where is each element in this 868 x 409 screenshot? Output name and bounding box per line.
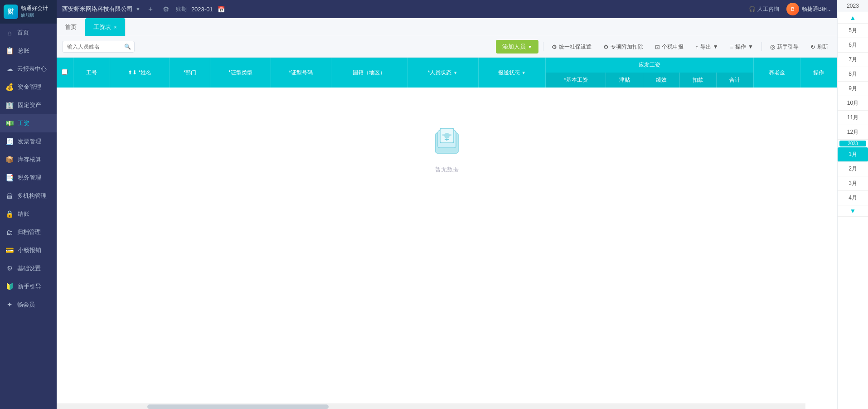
payroll-icon: 💵 <box>5 119 14 127</box>
sidebar-item-closing-label: 结账 <box>18 210 29 218</box>
sidebar-item-closing[interactable]: 🔒 结账 <box>0 205 57 223</box>
company-selector[interactable]: 西安虾米网络科技有限公司 ▼ <box>62 5 141 13</box>
period-up-btn[interactable]: ▲ <box>838 12 868 24</box>
refresh-icon: ↻ <box>810 44 815 50</box>
funds-icon: 💰 <box>5 83 14 91</box>
period-month-6[interactable]: 6月 <box>838 38 868 53</box>
period-month-5[interactable]: 5月 <box>838 24 868 38</box>
select-all-checkbox[interactable] <box>62 69 68 75</box>
calendar-icon[interactable]: 📅 <box>218 6 225 13</box>
sidebar-item-guide[interactable]: 🔰 新手引导 <box>0 278 57 296</box>
svg-point-3 <box>444 133 450 138</box>
empty-text: 暂无数据 <box>435 166 459 174</box>
tab-payroll[interactable]: 工资表 × <box>85 18 126 36</box>
company-name: 西安虾米网络科技有限公司 <box>62 5 133 13</box>
sidebar-item-reports[interactable]: ☁ 云报表中心 <box>0 60 57 78</box>
refresh-btn[interactable]: ↻ 刷新 <box>807 41 832 53</box>
period-month-8[interactable]: 8月 <box>838 67 868 82</box>
sidebar-item-expense[interactable]: 💳 小畅报销 <box>0 241 57 259</box>
member-icon: ✦ <box>5 301 14 309</box>
deduction-label: 专项附加扣除 <box>611 43 643 51</box>
th-report-status: 报送状态 ▼ <box>478 58 546 88</box>
sidebar-item-archive[interactable]: 🗂 归档管理 <box>0 223 57 241</box>
period-year-header: 2023 <box>838 0 868 12</box>
period-month-7[interactable]: 7月 <box>838 53 868 67</box>
sidebar-item-funds[interactable]: 💰 资金管理 <box>0 78 57 96</box>
logo-text: 畅通好会计 <box>21 5 48 12</box>
tab-payroll-close[interactable]: × <box>114 24 117 30</box>
assets-icon: 🏢 <box>5 101 14 109</box>
sidebar-item-multi-org[interactable]: 🏛 多机构管理 <box>0 187 57 205</box>
tax-report-label: 个税申报 <box>662 43 684 51</box>
add-person-btn[interactable]: 添加人员 ▼ <box>496 40 538 54</box>
period-month-11[interactable]: 11月 <box>838 111 868 125</box>
sidebar-item-tax[interactable]: 📑 税务管理 <box>0 169 57 187</box>
tabbar: 首页 工资表 × <box>57 18 837 36</box>
guide-icon: 🔰 <box>5 282 14 291</box>
settings-icon: ⚙ <box>5 264 14 273</box>
archive-icon: 🗂 <box>5 229 14 236</box>
th-id-no: *证型号码 <box>271 58 331 88</box>
avatar: B <box>786 3 799 15</box>
period-month-3[interactable]: 3月 <box>838 176 868 191</box>
sidebar-item-home[interactable]: ⌂ 首页 <box>0 24 57 42</box>
closing-icon: 🔒 <box>5 210 14 218</box>
add-person-arrow: ▼ <box>528 44 532 49</box>
tax-report-icon: ⊡ <box>655 44 660 50</box>
inventory-icon: 📦 <box>5 156 14 164</box>
sidebar-item-inventory[interactable]: 📦 库存核算 <box>0 151 57 169</box>
search-input[interactable] <box>67 44 121 50</box>
operation-arrow: ▼ <box>748 44 753 50</box>
period-month-2[interactable]: 2月 <box>838 162 868 176</box>
th-checkbox[interactable] <box>57 58 73 88</box>
guide-label: 新手引导 <box>777 43 799 51</box>
th-id-type: *证型类型 <box>210 58 271 88</box>
operation-btn[interactable]: ≡ 操作 ▼ <box>727 41 757 53</box>
period-month-12[interactable]: 12月 <box>838 125 868 140</box>
guide-btn[interactable]: ◎ 新手引导 <box>766 41 802 53</box>
topbar: 西安虾米网络科技有限公司 ▼ ＋ ⚙ 账期 2023-01 📅 🎧 人工咨询 B… <box>57 0 837 18</box>
period-value: 2023-01 <box>191 6 213 13</box>
deduction-btn[interactable]: ⚙ 专项附加扣除 <box>600 41 647 53</box>
tab-payroll-label: 工资表 <box>93 23 111 31</box>
period-down-btn[interactable]: ▼ <box>838 205 868 217</box>
user-menu[interactable]: B 畅捷通B组... <box>786 3 832 15</box>
th-id: 工号 <box>73 58 110 88</box>
tab-home[interactable]: 首页 <box>57 18 85 36</box>
app-logo: 财 畅通好会计 旗舰版 <box>0 0 57 24</box>
export-icon: ↑ <box>695 44 698 50</box>
scrollbar-thumb[interactable] <box>147 404 329 409</box>
company-settings-btn[interactable]: ⚙ <box>160 4 171 15</box>
service-btn[interactable]: 🎧 人工咨询 <box>749 5 779 13</box>
search-icon: 🔍 <box>124 44 131 50</box>
sidebar-item-invoice[interactable]: 🧾 发票管理 <box>0 132 57 151</box>
period-month-1[interactable]: 1月 <box>838 147 868 162</box>
sidebar-item-invoice-label: 发票管理 <box>18 137 41 146</box>
svg-rect-7 <box>449 134 451 136</box>
add-company-btn[interactable]: ＋ <box>145 4 156 15</box>
th-dept: *部门 <box>170 58 210 88</box>
sidebar-item-member[interactable]: ✦ 畅会员 <box>0 296 57 314</box>
operation-icon: ≡ <box>730 44 734 50</box>
sidebar: 财 畅通好会计 旗舰版 ⌂ 首页 📋 总账 ☁ 云报表中心 💰 资金管理 🏢 固… <box>0 0 57 409</box>
sidebar-item-settings[interactable]: ⚙ 基础设置 <box>0 259 57 278</box>
sidebar-item-assets[interactable]: 🏢 固定资产 <box>0 96 57 114</box>
tax-report-btn[interactable]: ⊡ 个税申报 <box>651 41 687 53</box>
period-month-10[interactable]: 10月 <box>838 96 868 111</box>
refresh-label: 刷新 <box>817 43 828 51</box>
sidebar-item-ledger[interactable]: 📋 总账 <box>0 42 57 60</box>
logo-icon: 财 <box>4 5 18 19</box>
export-btn[interactable]: ↑ 导出 ▼ <box>692 41 722 53</box>
topbar-right: 🎧 人工咨询 B 畅捷通B组... <box>749 3 832 15</box>
empty-state: 暂无数据 <box>57 88 837 210</box>
sidebar-item-expense-label: 小畅报销 <box>18 246 41 254</box>
sidebar-item-payroll[interactable]: 💵 工资 <box>0 114 57 132</box>
current-year-badge: 2023 <box>839 141 866 146</box>
period-month-4[interactable]: 4月 <box>838 191 868 205</box>
period-month-9[interactable]: 9月 <box>838 82 868 96</box>
horizontal-scrollbar[interactable] <box>57 404 805 409</box>
expense-icon: 💳 <box>5 246 14 254</box>
social-security-btn[interactable]: ⚙ 统一社保设置 <box>548 41 595 53</box>
ledger-icon: 📋 <box>5 47 14 55</box>
th-operation: 操作 <box>800 58 837 88</box>
